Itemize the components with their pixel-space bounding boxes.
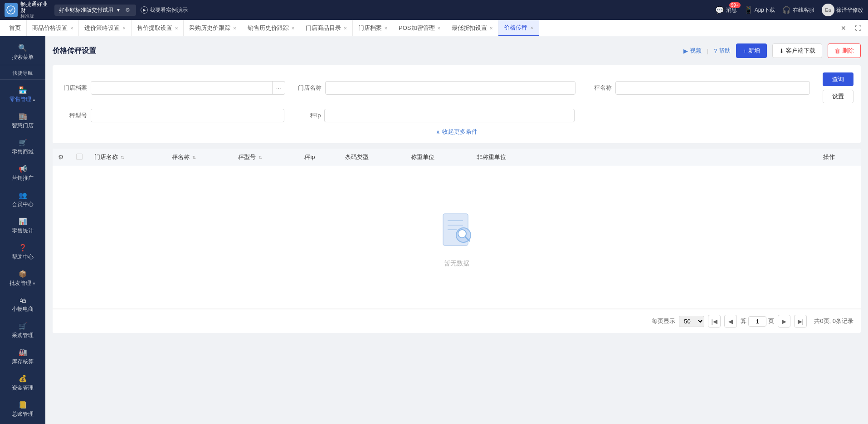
sidebar-quick-nav[interactable]: 快捷导航 — [0, 67, 45, 80]
scale-model-label: 秤型号 — [60, 111, 87, 120]
page-title-actions: ▶ 视频 | ? 帮助 + 新增 ⬇ 客户端下载 🗑 删除 — [683, 43, 861, 58]
sidebar-item-retail-mall-label: 零售商城 — [12, 148, 34, 156]
tab-purchase-strategy-close[interactable]: × — [122, 25, 125, 31]
sidebar-item-smart-store[interactable]: 🏬 智慧门店 — [0, 108, 45, 134]
tab-purchase-history-close[interactable]: × — [233, 25, 236, 31]
retail-sub-arrow: ▲ — [32, 97, 36, 102]
settings-filter-button[interactable]: 设置 — [823, 90, 853, 103]
xiaoyang-icon: 🛍 — [20, 296, 26, 304]
next-page-button[interactable]: ▶ — [778, 315, 790, 328]
page-number-input[interactable] — [748, 316, 766, 327]
sort-store-name-icon[interactable]: ⇅ — [121, 155, 124, 160]
tab-store-profile-close[interactable]: × — [385, 25, 387, 31]
tab-home[interactable]: 首页 — [4, 20, 27, 36]
sidebar-item-inventory[interactable]: 🏭 库存核算 — [0, 344, 45, 370]
sidebar-item-general-ledger-label: 总账管理 — [12, 410, 34, 418]
tab-pos-manage-close[interactable]: × — [438, 25, 440, 31]
tab-min-discount-label: 最低折扣设置 — [452, 24, 487, 32]
tab-store-profile[interactable]: 门店档案 × — [353, 20, 393, 36]
help-button[interactable]: ? 帮助 — [714, 47, 731, 55]
table-settings-icon[interactable]: ⚙ — [58, 154, 64, 161]
search-icon: 🔍 — [18, 43, 27, 52]
scale-name-label: 秤名称 — [585, 84, 612, 92]
add-label: 新增 — [748, 47, 760, 55]
tab-pos-manage[interactable]: POS加密管理 × — [393, 20, 446, 36]
add-button[interactable]: + 新增 — [736, 43, 767, 58]
client-download-button[interactable]: ⬇ 客户端下载 — [772, 43, 822, 58]
query-button[interactable]: 查询 — [823, 72, 853, 86]
data-table: ⚙ 门店名称 ⇅ 秤名称 ⇅ — [53, 149, 861, 309]
prev-page-button[interactable]: ◀ — [724, 315, 737, 328]
tab-price-scale-close[interactable]: × — [530, 25, 533, 30]
sidebar-item-retail-mall[interactable]: 🛒 零售商城 — [0, 134, 45, 160]
scale-name-input[interactable] — [615, 81, 810, 95]
th-operation: 操作 — [818, 149, 861, 166]
product-selector[interactable]: 好业财标准版交付试用 ▼ ⚙ — [54, 5, 136, 16]
settings-icon[interactable]: ⚙ — [125, 7, 130, 13]
collapse-button[interactable]: ∧ 收起更多条件 — [436, 128, 478, 136]
tab-min-discount[interactable]: 最低折扣设置 × — [446, 20, 498, 36]
demo-link-label: 我要看实例演示 — [150, 6, 188, 14]
store-name-label: 门店名称 — [294, 84, 322, 92]
tab-purchase-history[interactable]: 采购历史价跟踪 × — [184, 20, 242, 36]
sidebar-item-retail[interactable]: 🏪 零售管理 ▲ — [0, 82, 45, 108]
last-page-button[interactable]: ▶| — [794, 315, 807, 328]
sidebar-item-help[interactable]: ❓ 帮助中心 — [0, 239, 45, 265]
sidebar-search[interactable]: 🔍 搜索菜单 — [0, 40, 45, 65]
download-icon: ⬇ — [779, 48, 784, 54]
messages-badge: 99+ — [729, 2, 741, 8]
app-download-button[interactable]: 📱 App下载 — [744, 6, 775, 14]
tab-sale-history[interactable]: 销售历史价跟踪 × — [242, 20, 300, 36]
tab-store-catalog[interactable]: 门店商品目录 × — [300, 20, 352, 36]
tab-fullscreen-button[interactable]: ⛶ — [852, 22, 864, 34]
th-scale-name: 秤名称 ⇅ — [166, 149, 233, 166]
sidebar-item-finance[interactable]: 💰 资金管理 — [0, 370, 45, 396]
demo-link[interactable]: ▶ 我要看实例演示 — [141, 6, 188, 14]
sidebar-item-general-ledger[interactable]: 📒 总账管理 — [0, 396, 45, 423]
scale-model-input[interactable] — [91, 109, 284, 122]
sidebar-item-member[interactable]: 👥 会员中心 — [0, 187, 45, 213]
store-profile-btn[interactable]: ··· — [272, 82, 285, 94]
scale-ip-input[interactable] — [324, 109, 574, 122]
tab-sale-fetch-close[interactable]: × — [175, 25, 178, 31]
tab-close-button[interactable]: ✕ — [837, 22, 850, 34]
sidebar-item-wholesale[interactable]: 📦 批发管理 ▼ — [0, 265, 45, 292]
store-name-input[interactable] — [325, 81, 576, 95]
sort-scale-model-icon[interactable]: ⇅ — [258, 155, 262, 160]
sidebar-item-smart-store-label: 智慧门店 — [12, 122, 34, 130]
tab-price-settings[interactable]: 商品价格设置 × — [27, 20, 79, 36]
tab-store-catalog-close[interactable]: × — [344, 25, 346, 31]
video-help-button[interactable]: ▶ 视频 — [683, 47, 702, 55]
svg-point-8 — [459, 231, 462, 234]
tab-price-scale[interactable]: 价格传秤 × — [498, 20, 539, 36]
first-page-button[interactable]: |◀ — [708, 315, 721, 328]
messages-button[interactable]: 💬 消息 99+ — [715, 6, 737, 14]
select-all-checkbox[interactable] — [76, 154, 83, 160]
store-profile-input[interactable] — [91, 82, 272, 94]
page-size-select[interactable]: 50 10 20 100 — [679, 316, 704, 327]
sidebar-item-purchase[interactable]: 🛒 采购管理 — [0, 318, 45, 344]
user-menu[interactable]: Ea 徐泽华修改 — [822, 4, 863, 16]
tab-purchase-strategy[interactable]: 进价策略设置 × — [79, 20, 131, 36]
user-name: 徐泽华修改 — [836, 6, 863, 14]
retail-icon: 🏪 — [19, 86, 27, 94]
page-word: 算 — [741, 317, 746, 325]
online-service-button[interactable]: 🎧 在线客服 — [782, 6, 814, 14]
sidebar-item-xiaoyang[interactable]: 🛍 小畅电商 — [0, 292, 45, 318]
delete-button[interactable]: 🗑 删除 — [828, 43, 861, 58]
tab-sale-fetch[interactable]: 售价提取设置 × — [132, 20, 184, 36]
sidebar-item-marketing[interactable]: 📢 营销推广 — [0, 160, 45, 187]
app-name: 畅捷通好业财 — [20, 1, 50, 14]
tab-price-settings-close[interactable]: × — [70, 25, 73, 31]
filter-scale-name: 秤名称 — [585, 81, 810, 95]
th-weight-unit: 称重单位 — [405, 149, 471, 166]
help-label: 帮助 — [719, 47, 731, 55]
sidebar-item-purchase-label: 采购管理 — [12, 332, 34, 339]
tab-sale-history-close[interactable]: × — [292, 25, 294, 31]
sidebar-item-inventory-label: 库存核算 — [12, 358, 34, 366]
tab-min-discount-close[interactable]: × — [490, 25, 493, 31]
collapse-icon: ∧ — [436, 129, 440, 135]
sort-scale-name-icon[interactable]: ⇅ — [192, 155, 196, 160]
per-page-label: 每页显示 — [652, 317, 675, 325]
sidebar-item-retail-stats[interactable]: 📊 零售统计 — [0, 213, 45, 239]
